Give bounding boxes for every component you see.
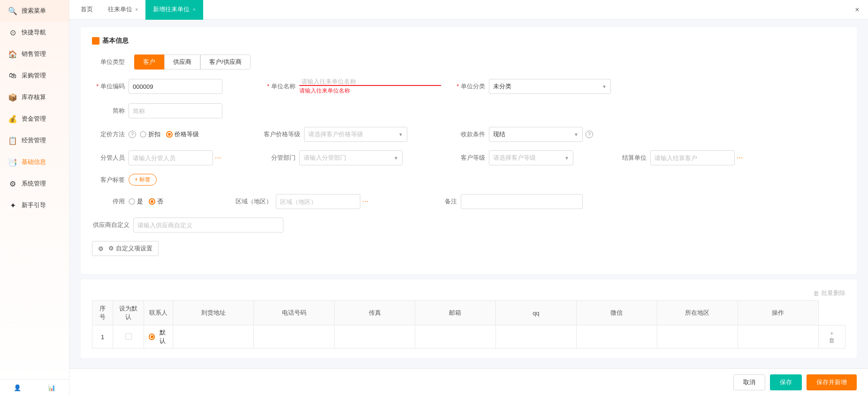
save-new-button[interactable]: 保存并新增 bbox=[807, 374, 857, 390]
payment-help-icon[interactable]: ? bbox=[586, 131, 593, 138]
unit-category-label: 单位分类 bbox=[452, 82, 485, 91]
type-btn-supplier[interactable]: 供应商 bbox=[164, 54, 200, 70]
row-email[interactable] bbox=[495, 326, 576, 349]
customer-price-level-select[interactable]: 请选择客户价格等级 ▼ bbox=[304, 127, 407, 142]
radio-discount[interactable]: 折扣 bbox=[140, 130, 160, 139]
type-btn-customer[interactable]: 客户 bbox=[134, 54, 164, 70]
radio-price-level[interactable]: 价格等级 bbox=[166, 130, 199, 139]
sidebar-item-system[interactable]: ⚙ 系统管理 bbox=[0, 173, 69, 194]
gear-icon: ⚙ bbox=[98, 245, 104, 252]
supplier-custom-label: 供应商自定义 bbox=[92, 221, 129, 229]
batch-delete-icon: 🗑 bbox=[813, 290, 819, 297]
guide-icon: ✦ bbox=[8, 200, 18, 210]
sidebar-sales-label: 销售管理 bbox=[22, 50, 46, 58]
unit-category-select[interactable]: 未分类 ▼ bbox=[489, 79, 611, 94]
radio-disabled-no[interactable]: 否 bbox=[149, 197, 163, 206]
short-name-row: 简称 bbox=[92, 103, 845, 118]
row-region[interactable] bbox=[738, 326, 818, 349]
sidebar-item-quicknav[interactable]: ⊙ 快捷导航 bbox=[0, 22, 69, 43]
department-select[interactable]: 请输入分管部门 ▼ bbox=[299, 150, 403, 165]
department-placeholder: 请输入分管部门 bbox=[304, 154, 346, 162]
radio-disabled-yes[interactable]: 是 bbox=[129, 197, 143, 206]
row-fax-input[interactable] bbox=[420, 329, 491, 344]
row-phone-input[interactable] bbox=[339, 329, 410, 344]
tab-new-partner[interactable]: 新增往来单位 × bbox=[145, 0, 203, 20]
tab-partner-close[interactable]: × bbox=[135, 7, 138, 12]
department-label: 分管部门 bbox=[263, 154, 296, 162]
customer-level-select[interactable]: 请选择客户等级 ▼ bbox=[489, 150, 573, 165]
region-label: 区域（地区） bbox=[235, 197, 272, 206]
radio-no-label: 否 bbox=[157, 197, 163, 206]
sidebar-bottom-icon1[interactable]: 👤 bbox=[0, 380, 35, 396]
supplier-custom-input[interactable] bbox=[133, 217, 283, 233]
remark-input[interactable] bbox=[461, 194, 583, 209]
settlement-unit-input[interactable] bbox=[650, 150, 735, 165]
row-phone[interactable] bbox=[335, 326, 415, 349]
unit-info-row: 单位编码 单位名称 请输入往来单位名称 单位分类 未分 bbox=[92, 78, 845, 95]
customer-level-placeholder: 请选择客户等级 bbox=[493, 154, 536, 162]
row-add-btn[interactable]: + bbox=[830, 330, 834, 337]
unit-name-label: 单位名称 bbox=[263, 82, 296, 91]
row-contact[interactable] bbox=[173, 326, 254, 349]
payment-terms-select[interactable]: 现结 ▼ bbox=[489, 127, 583, 142]
row-region-input[interactable] bbox=[743, 329, 814, 344]
batch-delete-btn[interactable]: 批量删除 bbox=[821, 289, 845, 297]
pricing-radio-group: 折扣 价格等级 bbox=[140, 130, 199, 139]
sidebar-quicknav-label: 快捷导航 bbox=[22, 28, 46, 37]
radio-default-label[interactable]: 默认 bbox=[149, 328, 168, 345]
region-input[interactable] bbox=[276, 194, 360, 209]
row-delete-btn[interactable]: 🗑 bbox=[829, 337, 835, 344]
radio-price-level-label: 价格等级 bbox=[175, 130, 199, 139]
row-default-check bbox=[113, 326, 144, 349]
purchase-icon: 🛍 bbox=[8, 70, 18, 81]
unit-name-group: 单位名称 请输入往来单位名称 bbox=[263, 78, 441, 95]
row-wechat-input[interactable] bbox=[662, 329, 733, 344]
custom-settings-btn[interactable]: ⚙ ⚙ 自定义项设置 bbox=[92, 241, 159, 256]
row-address-input[interactable] bbox=[259, 329, 329, 344]
save-button[interactable]: 保存 bbox=[770, 374, 802, 390]
pricing-help-icon[interactable]: ? bbox=[129, 131, 136, 138]
tab-partner[interactable]: 往来单位 × bbox=[100, 0, 145, 20]
row-default-radio: 默认 bbox=[144, 326, 173, 349]
customer-level-group: 客户等级 请选择客户等级 ▼ bbox=[452, 150, 602, 165]
manager-more-btn[interactable]: ··· bbox=[213, 154, 223, 162]
manager-input[interactable] bbox=[129, 150, 213, 165]
tag-add-btn[interactable]: + 标签 bbox=[129, 174, 157, 186]
unit-name-input[interactable] bbox=[299, 78, 441, 86]
short-name-input[interactable] bbox=[129, 103, 222, 118]
row-qq-input[interactable] bbox=[581, 329, 652, 344]
payment-terms-label: 收款条件 bbox=[452, 130, 485, 139]
row-qq[interactable] bbox=[576, 326, 657, 349]
sidebar-item-purchase[interactable]: 🛍 采购管理 bbox=[0, 65, 69, 86]
sidebar-item-guide[interactable]: ✦ 新手引导 bbox=[0, 194, 69, 216]
region-more-btn[interactable]: ··· bbox=[360, 197, 370, 206]
unit-type-label: 单位类型 bbox=[92, 58, 125, 66]
sidebar-item-basic[interactable]: 📑 基础信息 bbox=[0, 151, 69, 173]
tabbar-close-button[interactable]: × bbox=[850, 3, 864, 17]
sidebar-item-sales[interactable]: 🏠 销售管理 bbox=[0, 43, 69, 65]
customer-level-chevron: ▼ bbox=[564, 155, 569, 161]
row-wechat[interactable] bbox=[657, 326, 738, 349]
col-region: 所在地区 bbox=[657, 301, 738, 326]
cancel-button[interactable]: 取消 bbox=[733, 374, 765, 390]
tab-home[interactable]: 首页 bbox=[73, 0, 100, 20]
customer-level-label: 客户等级 bbox=[452, 154, 485, 162]
settlement-more-btn[interactable]: ··· bbox=[735, 154, 745, 162]
table-header: 序号 设为默认 联系人 到货地址 电话号码 传真 邮箱 qq 微信 所在地区 操… bbox=[92, 301, 845, 326]
unit-code-input[interactable] bbox=[129, 79, 222, 94]
sidebar-bottom-icon2[interactable]: 📊 bbox=[35, 380, 69, 396]
col-qq: qq bbox=[495, 301, 576, 326]
row-checkbox[interactable] bbox=[125, 333, 132, 340]
row-contact-input[interactable] bbox=[178, 329, 249, 344]
row-email-input[interactable] bbox=[501, 329, 571, 344]
sidebar-item-inventory[interactable]: 📦 库存核算 bbox=[0, 86, 69, 108]
sidebar-item-search[interactable]: 🔍 搜索菜单 bbox=[0, 0, 69, 22]
sidebar-item-operation[interactable]: 📋 经营管理 bbox=[0, 130, 69, 151]
unit-code-label: 单位编码 bbox=[92, 82, 125, 91]
col-fax: 传真 bbox=[335, 301, 415, 326]
sidebar-item-finance[interactable]: 💰 资金管理 bbox=[0, 108, 69, 130]
row-fax[interactable] bbox=[415, 326, 496, 349]
tab-new-partner-close[interactable]: × bbox=[192, 7, 195, 12]
row-address[interactable] bbox=[254, 326, 335, 349]
type-btn-both[interactable]: 客户/供应商 bbox=[200, 54, 251, 70]
